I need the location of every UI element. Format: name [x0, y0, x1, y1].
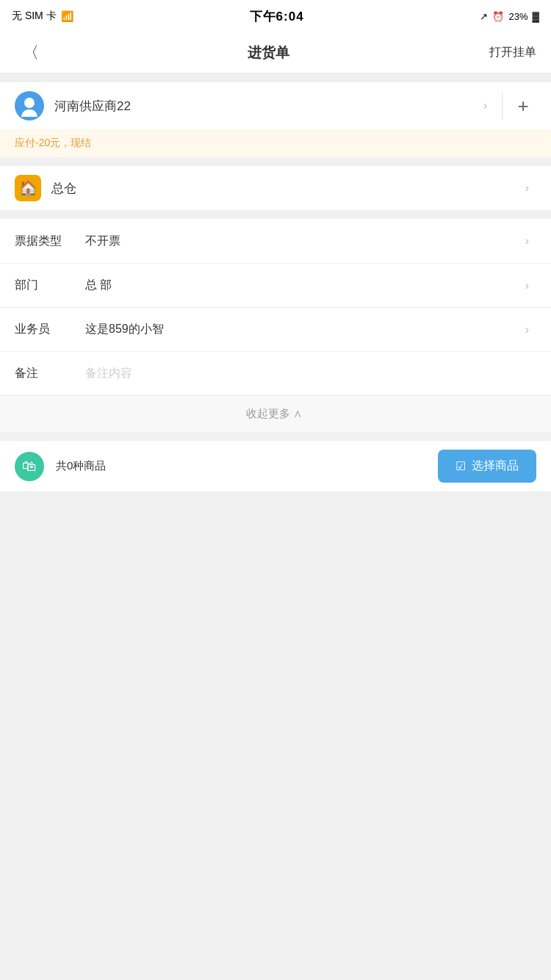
product-icon-wrap: 🛍 — [15, 452, 44, 481]
person-icon — [21, 98, 37, 114]
battery-icon: ▓ — [533, 11, 539, 22]
status-right: ↗ ⏰ 23% ▓ — [480, 11, 539, 22]
location-icon: ↗ — [480, 11, 488, 22]
nav-bar: 〈 进货单 打开挂单 — [0, 32, 551, 73]
supplier-name: 河南供应商22 — [54, 98, 483, 115]
warehouse-icon: 🏠 — [19, 179, 37, 197]
page-title: 进货单 — [248, 43, 289, 62]
status-time: 下午6:04 — [250, 8, 304, 25]
warehouse-section: 🏠 总仓 › — [0, 166, 551, 210]
notice-text: 应付-20元，现结 — [15, 137, 91, 148]
supplier-avatar — [15, 91, 44, 120]
invoice-type-value: 不开票 — [73, 234, 525, 249]
remark-input[interactable]: 备注内容 — [73, 366, 536, 381]
wifi-icon: 📶 — [61, 10, 73, 22]
add-supplier-button[interactable]: + — [510, 95, 536, 118]
supplier-chevron-icon: › — [483, 99, 487, 112]
department-label: 部门 — [15, 278, 73, 293]
status-left: 无 SIM 卡 📶 — [12, 10, 73, 23]
department-row[interactable]: 部门 总 部 › — [0, 263, 551, 307]
back-button[interactable]: 〈 — [15, 37, 47, 69]
page-background — [0, 491, 551, 712]
supplier-row[interactable]: 河南供应商22 › + — [0, 82, 551, 129]
warehouse-chevron-icon: › — [525, 181, 529, 195]
warehouse-row[interactable]: 🏠 总仓 › — [0, 166, 551, 210]
notice-bar: 应付-20元，现结 — [0, 129, 551, 157]
battery-text: 23% — [508, 11, 527, 22]
alarm-icon: ⏰ — [492, 11, 504, 22]
gap-1 — [0, 73, 551, 82]
salesperson-chevron-icon: › — [525, 323, 529, 336]
form-section: 票据类型 不开票 › 部门 总 部 › 业务员 这是859的小智 › 备注 备注… — [0, 219, 551, 432]
collapse-label: 收起更多 ∧ — [246, 407, 302, 421]
warehouse-icon-wrap: 🏠 — [15, 175, 41, 201]
product-bag-icon: 🛍 — [22, 458, 37, 475]
salesperson-row[interactable]: 业务员 这是859的小智 › — [0, 307, 551, 351]
remark-row[interactable]: 备注 备注内容 — [0, 351, 551, 395]
supplier-section: 河南供应商22 › + 应付-20元，现结 — [0, 82, 551, 157]
invoice-type-label: 票据类型 — [15, 234, 73, 249]
invoice-type-row[interactable]: 票据类型 不开票 › — [0, 219, 551, 263]
department-chevron-icon: › — [525, 279, 529, 292]
gap-2 — [0, 157, 551, 166]
select-product-icon: ☑ — [455, 459, 466, 473]
carrier-text: 无 SIM 卡 — [12, 10, 57, 23]
department-value: 总 部 — [73, 278, 525, 293]
open-pending-button[interactable]: 打开挂单 — [489, 45, 536, 60]
salesperson-label: 业务员 — [15, 322, 73, 337]
gap-4 — [0, 432, 551, 441]
salesperson-value: 这是859的小智 — [73, 322, 525, 337]
remark-label: 备注 — [15, 366, 73, 381]
collapse-button[interactable]: 收起更多 ∧ — [0, 395, 551, 432]
warehouse-name: 总仓 — [51, 180, 525, 197]
select-product-button[interactable]: ☑ 选择商品 — [438, 450, 536, 483]
divider — [502, 93, 503, 119]
select-product-label: 选择商品 — [472, 458, 519, 474]
bottom-bar: 🛍 共0种商品 ☑ 选择商品 — [0, 441, 551, 491]
invoice-type-chevron-icon: › — [525, 234, 529, 248]
gap-3 — [0, 210, 551, 219]
back-icon: 〈 — [23, 42, 39, 64]
status-bar: 无 SIM 卡 📶 下午6:04 ↗ ⏰ 23% ▓ — [0, 0, 551, 32]
product-count-text: 共0种商品 — [56, 459, 426, 473]
